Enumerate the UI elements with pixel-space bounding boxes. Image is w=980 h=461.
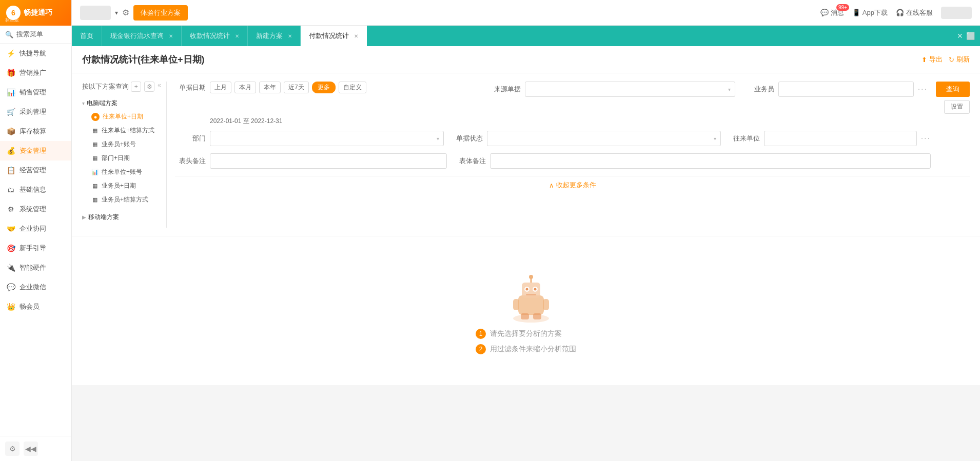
hardware-icon: 🔌 xyxy=(6,263,15,272)
staff-select[interactable] xyxy=(778,82,913,97)
tab-new-plan[interactable]: 新建方案 ✕ xyxy=(248,26,301,46)
scheme-list: ● 往来单位+日期 ▦ 往来单位+结算方式 ▦ 业务员+账号 ▦ xyxy=(82,110,161,207)
tab-home[interactable]: 首页 xyxy=(72,26,102,46)
tabbar: 首页 现金银行流水查询 ✕ 收款情况统计 ✕ 新建方案 ✕ 付款情况统计 ✕ ✕… xyxy=(72,26,980,46)
tab-cash-flow[interactable]: 现金银行流水查询 ✕ xyxy=(102,26,182,46)
version-tag: 标准版 xyxy=(5,17,19,24)
logo-text: 畅捷通巧 xyxy=(24,8,52,17)
query-button[interactable]: 查询 xyxy=(936,82,970,97)
topbar-settings-icon[interactable]: ⚙ xyxy=(122,8,129,17)
sidebar-item-member[interactable]: 👑 畅会员 xyxy=(0,297,71,316)
svg-point-6 xyxy=(534,288,537,291)
custom-date-btn[interactable]: 自定义 xyxy=(339,82,366,93)
source-select[interactable]: ▾ xyxy=(525,82,735,97)
dept-dropdown-icon: ▾ xyxy=(437,136,439,142)
sidebar-item-guide[interactable]: 🎯 新手引导 xyxy=(0,238,71,258)
sidebar-item-enterprise[interactable]: 🤝 企业协同 xyxy=(0,219,71,238)
sidebar-item-operation[interactable]: 📋 经营管理 xyxy=(0,161,71,180)
refresh-icon: ↻ xyxy=(949,56,954,64)
desktop-section-title[interactable]: ▾ 电脑端方案 xyxy=(82,97,161,110)
source-dropdown-icon: ▾ xyxy=(728,87,731,92)
filter-form: 单据日期 上月 本月 本年 近7天 更多 自定义 xyxy=(175,82,970,228)
this-year-btn[interactable]: 本年 xyxy=(259,82,281,93)
last-month-btn[interactable]: 上月 xyxy=(210,82,231,93)
partner-dots-button[interactable]: ··· xyxy=(921,134,931,143)
scheme-unit-settlement[interactable]: ▦ 往来单位+结算方式 xyxy=(88,124,161,137)
date-control: 上月 本月 本年 近7天 更多 自定义 xyxy=(210,82,482,93)
sidebar-item-sales[interactable]: 📊 销售管理 xyxy=(0,83,71,102)
sidebar-item-basic[interactable]: 🗂 基础信息 xyxy=(0,180,71,199)
body-note-label: 表体备注 xyxy=(455,156,486,166)
mobile-section-title[interactable]: ▶ 移动端方案 xyxy=(82,211,161,224)
svg-rect-12 xyxy=(521,313,529,319)
maximize-window-icon[interactable]: ⬜ xyxy=(966,32,975,40)
settings-icon: ⚙ xyxy=(9,445,16,453)
svg-point-9 xyxy=(529,275,533,279)
partner-select[interactable] xyxy=(764,131,917,146)
tab-new-plan-close[interactable]: ✕ xyxy=(288,33,292,39)
tab-payment-close[interactable]: ✕ xyxy=(354,33,358,39)
tab-collection-close[interactable]: ✕ xyxy=(235,33,239,39)
sidebar: 6 畅捷通巧 标准版 🔍 搜索菜单 ⚡ 快捷导航 🎁 营销推广 📊 销售管理 🛒… xyxy=(0,0,72,461)
refresh-button[interactable]: ↻ 刷新 xyxy=(949,55,970,64)
trial-button[interactable]: 体验行业方案 xyxy=(133,5,188,21)
scheme-staff-account[interactable]: ▦ 业务员+账号 xyxy=(88,137,161,151)
sidebar-item-quick-nav[interactable]: ⚡ 快捷导航 xyxy=(0,44,71,63)
export-button[interactable]: ⬆ 导出 xyxy=(922,55,943,64)
this-month-btn[interactable]: 本月 xyxy=(234,82,256,93)
window-controls: ✕ ⬜ xyxy=(952,26,980,46)
company-dropdown[interactable]: ▾ xyxy=(115,9,118,16)
messages-button[interactable]: 💬 消息 99+ xyxy=(820,8,844,17)
settings-button[interactable]: 设置 xyxy=(944,100,970,114)
last-7days-btn[interactable]: 近7天 xyxy=(284,82,309,93)
tab-cash-flow-close[interactable]: ✕ xyxy=(169,33,173,39)
footer-settings-button[interactable]: ⚙ xyxy=(5,442,19,456)
user-avatar[interactable] xyxy=(941,7,972,19)
collapse-button[interactable]: ∧ 收起更多条件 xyxy=(175,176,970,194)
doc-status-select[interactable]: ▾ xyxy=(487,131,721,146)
sidebar-footer: ⚙ ◀◀ xyxy=(0,436,71,461)
body-note-input[interactable] xyxy=(490,153,931,169)
svg-rect-2 xyxy=(522,283,540,298)
scheme-unit-account[interactable]: 📊 往来单位+账号 xyxy=(88,165,161,179)
scheme-staff-date[interactable]: ▦ 业务员+日期 xyxy=(88,179,161,193)
sidebar-item-label: 资金管理 xyxy=(19,146,46,155)
add-scheme-button[interactable]: + xyxy=(131,82,141,92)
sidebar-item-finance[interactable]: 💰 资金管理 xyxy=(0,141,71,161)
more-dates-btn[interactable]: 更多 xyxy=(312,82,336,93)
date-filter-item: 单据日期 上月 本月 本年 近7天 更多 自定义 xyxy=(175,82,482,93)
sidebar-item-system[interactable]: ⚙ 系统管理 xyxy=(0,199,71,219)
footer-collapse-button[interactable]: ◀◀ xyxy=(24,442,38,456)
tab-collection-stats[interactable]: 收款情况统计 ✕ xyxy=(182,26,248,46)
scheme-staff-settlement[interactable]: ▦ 业务员+结算方式 xyxy=(88,193,161,207)
sidebar-item-label: 销售管理 xyxy=(19,88,46,97)
scheme-dept-date[interactable]: ▦ 部门+日期 xyxy=(88,151,161,165)
app-download-button[interactable]: 📱 App下载 xyxy=(852,8,888,17)
panel-header: 按以下方案查询 + ⚙ « xyxy=(82,82,161,92)
topbar-left: ▾ ⚙ 体验行业方案 xyxy=(80,5,815,21)
tab-payment-stats[interactable]: 付款情况统计 ✕ xyxy=(301,26,367,46)
close-window-icon[interactable]: ✕ xyxy=(957,32,963,40)
panel-collapse-button[interactable]: « xyxy=(158,82,161,92)
sidebar-item-wechat[interactable]: 💬 企业微信 xyxy=(0,277,71,297)
staff-dots-button[interactable]: ··· xyxy=(918,85,928,94)
header-note-input[interactable] xyxy=(210,153,447,169)
settings-scheme-button[interactable]: ⚙ xyxy=(144,82,154,92)
doc-status-dropdown-icon: ▾ xyxy=(714,136,716,142)
search-icon: 🔍 xyxy=(5,31,13,38)
sidebar-item-purchase[interactable]: 🛒 采购管理 xyxy=(0,102,71,122)
sidebar-item-label: 新手引导 xyxy=(19,244,46,253)
online-service-button[interactable]: 🎧 在线客服 xyxy=(896,8,933,17)
svg-rect-13 xyxy=(533,313,541,319)
body-note-item: 表体备注 xyxy=(455,153,931,169)
scheme-unit-date[interactable]: ● 往来单位+日期 xyxy=(88,110,161,124)
collapse-icon: ◀◀ xyxy=(25,445,36,453)
mobile-scheme-section: ▶ 移动端方案 xyxy=(82,211,161,224)
tip-1-text: 请先选择要分析的方案 xyxy=(490,329,562,338)
sidebar-item-marketing[interactable]: 🎁 营销推广 xyxy=(0,63,71,83)
sidebar-item-hardware[interactable]: 🔌 智能硬件 xyxy=(0,258,71,277)
wechat-icon: 💬 xyxy=(6,283,15,292)
search-menu[interactable]: 🔍 搜索菜单 xyxy=(0,26,71,44)
sidebar-item-inventory[interactable]: 📦 库存核算 xyxy=(0,122,71,141)
dept-select[interactable]: ▾ xyxy=(210,131,444,146)
